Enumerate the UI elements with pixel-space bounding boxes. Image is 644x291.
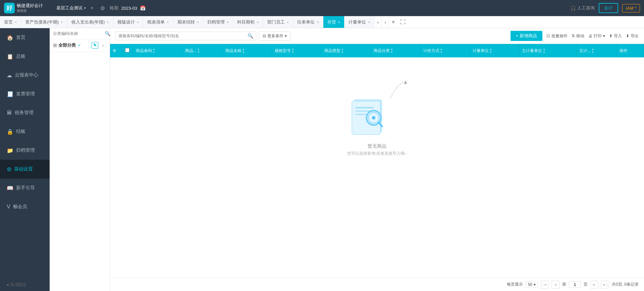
settings-icon[interactable]: ⚙ [98, 4, 107, 12]
page-first-button[interactable]: |◄ [541, 281, 549, 289]
select-all-checkbox[interactable] [125, 48, 129, 52]
batch-action-button[interactable]: ☑ 批量操作 [546, 33, 568, 39]
sidebar-label: 基础设置 [14, 166, 33, 172]
tab-income-expense[interactable]: 收入支出表(年报) × [67, 16, 113, 28]
tab-close-icon[interactable]: × [338, 20, 340, 24]
sidebar-item-ledger[interactable]: 📋 总账 [0, 47, 50, 66]
tab-tax-list[interactable]: 税表清单 × [143, 16, 173, 28]
tab-maximize-button[interactable]: ⛶ [397, 16, 408, 28]
print-button[interactable]: 🖨 打印 ▾ [588, 33, 605, 39]
filter-button[interactable]: ⊟ 更多条件 ▾ [259, 32, 290, 41]
tab-period-transfer[interactable]: 期末结转 × [173, 16, 203, 28]
tab-archive[interactable]: 归档管理 × [203, 16, 233, 28]
sidebar-item-home[interactable]: 🏠 首页 [0, 28, 50, 47]
sort-arrows[interactable]: ▲▼ [197, 48, 200, 54]
iam-button[interactable]: iAM * [622, 4, 640, 12]
col-pricing[interactable]: 计价方式▲▼ [420, 44, 470, 57]
move-button[interactable]: ⇅ 移动 [572, 33, 584, 39]
page-size-select[interactable]: 50 ▾ [526, 281, 538, 288]
tab-prev-button[interactable]: ‹ [375, 16, 382, 28]
batch-icon: ☑ [546, 34, 550, 38]
period-value: 2023-03 [121, 6, 137, 11]
kuaiji-button[interactable]: 会计 [599, 3, 618, 13]
dropdown-icon[interactable]: ▾ [84, 6, 86, 10]
sidebar-item-vip[interactable]: V 畅会员 [0, 197, 50, 216]
add-tab-button[interactable]: + [89, 4, 96, 12]
tab-subject-init[interactable]: 科目期初 × [233, 16, 263, 28]
customer-service-button[interactable]: 🎧 人工咨询 [571, 5, 595, 11]
print-icon: 🖨 [588, 34, 592, 38]
calendar-icon[interactable]: 📅 [140, 5, 146, 11]
sidebar-item-basic-settings[interactable]: ⚙ 基础设置 [0, 160, 50, 179]
sort-arrows[interactable]: ▲▼ [341, 48, 344, 54]
page-prev-button[interactable]: ◄ [551, 281, 559, 289]
sidebar-item-tax[interactable]: 🏛 税务管理 [0, 103, 50, 122]
sidebar-item-invoice[interactable]: 🧾 发票管理 [0, 85, 50, 103]
sort-arrows[interactable]: ▲▼ [153, 48, 155, 54]
tab-units[interactable]: 计量单位 × [344, 16, 374, 28]
category-edit-icon[interactable]: ✎ [92, 42, 98, 49]
tab-next-button[interactable]: › [382, 16, 389, 28]
import-button[interactable]: ⬆ 导入 [609, 33, 622, 39]
new-product-button[interactable]: + 新增商品 [511, 31, 542, 41]
table-container[interactable]: ⚙ 商品条码▲▼ 商品...▲▼ 商品名称▲▼ [110, 44, 644, 278]
tab-close-icon[interactable]: × [227, 20, 229, 24]
tab-close-icon[interactable]: × [257, 20, 259, 24]
page-number-input[interactable] [569, 281, 581, 288]
page-next-button[interactable]: ► [590, 281, 598, 289]
col-code[interactable]: 商品...▲▼ [182, 44, 222, 57]
sort-arrows[interactable]: ▲▼ [591, 48, 594, 54]
sort-arrows[interactable]: ▲▼ [291, 48, 294, 54]
tab-close-icon[interactable]: × [317, 20, 319, 24]
header-mid: 基层工会测试 ▾ + ⚙ 账期 2023-03 📅 [56, 4, 568, 12]
tab-close-icon[interactable]: × [15, 20, 17, 24]
export-button[interactable]: ⬇ 导出 [626, 33, 639, 39]
main-search-icon[interactable]: 🔍 [248, 33, 253, 39]
tab-close-icon[interactable]: × [137, 20, 139, 24]
col-main-unit-short[interactable]: 主计...▲▼ [577, 44, 617, 57]
sidebar-item-guide[interactable]: 📖 新手引导 [0, 179, 50, 197]
tab-close-icon[interactable]: × [61, 20, 63, 24]
col-barcode[interactable]: 商品条码▲▼ [133, 44, 182, 57]
sort-arrows[interactable]: ▲▼ [440, 48, 443, 54]
col-checkbox[interactable] [122, 44, 133, 57]
col-spec[interactable]: 规格型号▲▼ [272, 44, 321, 57]
tab-close-all-button[interactable]: × [389, 16, 397, 28]
category-collapse-icon[interactable]: ‹ [100, 42, 106, 49]
main-search-input[interactable] [118, 34, 246, 38]
tab-template[interactable]: 模版设计 × [113, 16, 143, 28]
tab-close-icon[interactable]: × [167, 20, 169, 24]
tab-close-icon[interactable]: × [368, 20, 370, 24]
headset-icon: 🎧 [571, 6, 576, 11]
empty-state: 暂无商品 您可以选择新增,或者直接导入哦~ [110, 57, 644, 177]
sidebar-unpin-button[interactable]: ◄ 取消固定 [0, 279, 50, 291]
sort-arrows[interactable]: ▲▼ [242, 48, 245, 54]
col-main-unit[interactable]: 主计量单位▲▼ [519, 44, 577, 57]
company-name[interactable]: 基层工会测试 ▾ [56, 5, 86, 11]
sidebar-item-archive[interactable]: 📁 归档管理 [0, 141, 50, 160]
tab-close-icon[interactable]: × [287, 20, 289, 24]
col-settings[interactable]: ⚙ [110, 44, 122, 57]
tab-inventory[interactable]: 存货 × [323, 16, 344, 28]
tab-contacts[interactable]: 往来单位 × [293, 16, 323, 28]
col-category[interactable]: 商品分类▲▼ [371, 44, 420, 57]
tab-close-icon[interactable]: × [107, 20, 109, 24]
sort-arrows[interactable]: ▲▼ [489, 48, 492, 54]
tab-close-icon[interactable]: × [197, 20, 199, 24]
top-header: 好 畅捷通好会计 旗舰版 基层工会测试 ▾ + ⚙ 账期 2023-03 📅 🎧… [0, 0, 644, 16]
col-type[interactable]: 商品类型▲▼ [321, 44, 371, 57]
col-unit[interactable]: 计量单位▲▼ [470, 44, 519, 57]
sidebar-item-settlement[interactable]: 🔒 结账 [0, 122, 50, 141]
category-search-icon[interactable]: 🔍 [105, 31, 110, 36]
tab-asset-balance[interactable]: 资产负债表(中期) × [21, 16, 67, 28]
sort-arrows[interactable]: ▲▼ [390, 48, 393, 54]
sidebar-item-cloud-report[interactable]: ☁ 云报表中心 [0, 66, 50, 85]
page-last-button[interactable]: ►| [601, 281, 609, 289]
tab-department[interactable]: 部门员工 × [263, 16, 293, 28]
sort-arrows[interactable]: ▲▼ [543, 48, 545, 54]
col-name[interactable]: 商品名称▲▼ [222, 44, 272, 57]
tab-home[interactable]: 首页 × [0, 16, 21, 28]
export-icon: ⬇ [626, 34, 629, 38]
category-search-input[interactable] [53, 31, 103, 36]
empty-title: 暂无商品 [368, 143, 386, 149]
